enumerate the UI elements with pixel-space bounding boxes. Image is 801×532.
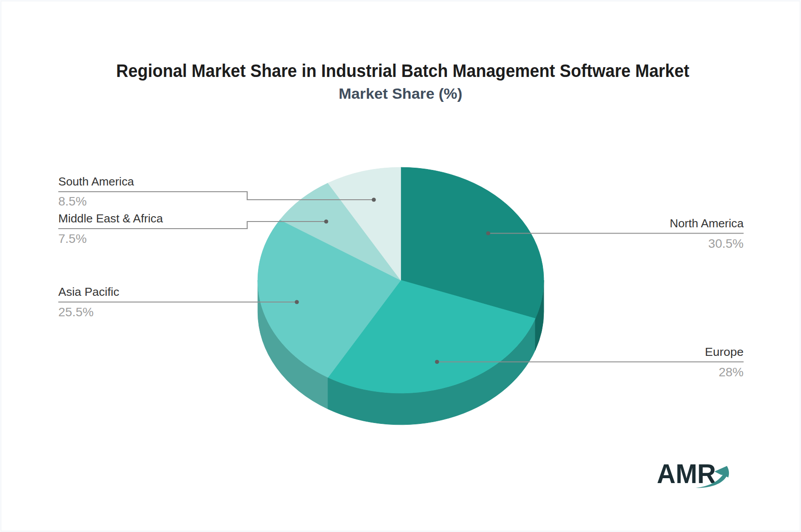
svg-text:Market Share (%): Market Share (%) <box>339 85 462 102</box>
svg-text:7.5%: 7.5% <box>58 232 87 246</box>
svg-text:Regional Market Share in Indus: Regional Market Share in Industrial Batc… <box>116 61 689 81</box>
svg-text:Europe: Europe <box>705 346 744 358</box>
svg-text:South America: South America <box>58 175 134 188</box>
svg-text:25.5%: 25.5% <box>58 305 93 319</box>
svg-text:28%: 28% <box>719 365 744 379</box>
svg-text:North America: North America <box>670 217 744 230</box>
svg-text:Asia Pacific: Asia Pacific <box>58 286 119 298</box>
svg-text:Middle East & Africa: Middle East & Africa <box>58 212 163 225</box>
svg-text:AMR: AMR <box>657 459 716 489</box>
svg-text:8.5%: 8.5% <box>58 194 87 208</box>
svg-text:30.5%: 30.5% <box>708 237 744 250</box>
